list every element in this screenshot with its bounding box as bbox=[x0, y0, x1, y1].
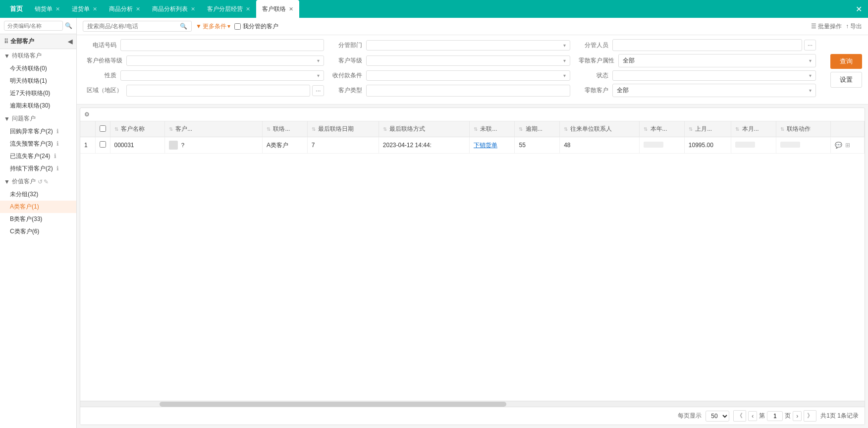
cell-overdue: 48 bbox=[560, 137, 640, 154]
close-sales-icon[interactable]: ✕ bbox=[55, 6, 60, 12]
sidebar-item-c-class[interactable]: C类客户(6) bbox=[0, 225, 76, 238]
horizontal-scrollbar[interactable] bbox=[80, 401, 865, 407]
dots-icon: ⠿ bbox=[4, 38, 8, 45]
select-all-checkbox[interactable] bbox=[100, 125, 106, 132]
scatter-customer-select[interactable]: 全部 ▾ bbox=[612, 84, 816, 97]
batch-op-button[interactable]: ☰ 批量操作 bbox=[811, 22, 842, 31]
sidebar-item-b-class[interactable]: B类客户(33) bbox=[0, 213, 76, 225]
th-code: ⇅ 客户名称 bbox=[110, 121, 164, 137]
first-page-btn[interactable]: 《 bbox=[733, 410, 746, 422]
sidebar-group-pending[interactable]: ▼ 待联络客户 bbox=[0, 49, 76, 62]
sidebar: 🔍 ⠿ 全部客户 ◀ ▼ 待联络客户 今天待联络(0) 明天待联络(1) 近7天… bbox=[0, 18, 77, 428]
payment-chevron-icon: ▾ bbox=[563, 73, 566, 78]
status-select[interactable]: ▾ bbox=[612, 70, 816, 81]
advanced-filter: 电话号码 分管部门 ▾ 分管人员 bbox=[77, 35, 868, 105]
main-layout: 🔍 ⠿ 全部客户 ◀ ▼ 待联络客户 今天待联络(0) 明天待联络(1) 近7天… bbox=[0, 18, 868, 428]
sort-icon-name: ⇅ bbox=[169, 126, 173, 132]
export-button[interactable]: ↑ 导出 bbox=[846, 22, 862, 31]
th-action bbox=[831, 121, 865, 137]
cell-no-contact: 55 bbox=[515, 137, 560, 154]
sidebar-search-input[interactable] bbox=[4, 21, 63, 31]
sort-icon-overdue: ⇅ bbox=[564, 126, 568, 132]
region-input[interactable] bbox=[126, 85, 310, 97]
nature-select[interactable]: ▾ bbox=[120, 70, 324, 81]
search-input[interactable] bbox=[87, 23, 178, 30]
person-input[interactable] bbox=[612, 39, 802, 51]
nav-tab-customer-tier[interactable]: 客户分层经营 ✕ bbox=[201, 0, 256, 18]
th-this-year: ⇅ 上月... bbox=[684, 121, 731, 137]
sort-icon-unit: ⇅ bbox=[644, 126, 648, 132]
nav-tab-purchase[interactable]: 进货单 ✕ bbox=[66, 0, 103, 18]
chevron-down-icon: ▾ bbox=[227, 23, 230, 30]
next-page-btn[interactable]: › bbox=[793, 411, 802, 421]
dept-label: 分管部门 bbox=[332, 41, 362, 50]
sidebar-group-problem[interactable]: ▼ 问题客户 bbox=[0, 112, 76, 125]
sidebar-collapse-icon[interactable]: ◀ bbox=[68, 38, 72, 45]
info-icon-4: ℹ bbox=[56, 165, 59, 172]
sidebar-item-tomorrow[interactable]: 明天待联络(1) bbox=[0, 75, 76, 87]
th-this-month: ⇅ 联络动作 bbox=[776, 121, 830, 137]
sidebar-item-repurchase-abnormal[interactable]: 回购异常客户(2) ℹ bbox=[0, 125, 76, 138]
last-page-btn[interactable]: 》 bbox=[804, 410, 816, 422]
table-settings-icon[interactable]: ⚙ bbox=[84, 111, 90, 118]
my-customers-checkbox[interactable] bbox=[234, 23, 241, 30]
table-header-row: ⇅ 客户名称 ⇅ 客户... ⇅ 联络... bbox=[80, 121, 865, 137]
region-dots-btn[interactable]: ··· bbox=[312, 85, 324, 96]
price-grade-select[interactable]: ▾ bbox=[126, 55, 324, 66]
sidebar-item-ungroup[interactable]: 未分组(32) bbox=[0, 188, 76, 201]
cell-name: ？ bbox=[164, 137, 262, 154]
grid-action-icon[interactable]: ⊞ bbox=[845, 142, 850, 149]
payment-select[interactable]: ▾ bbox=[366, 70, 570, 81]
sidebar-item-churned[interactable]: 已流失客户(24) ℹ bbox=[0, 150, 76, 162]
setting-button[interactable]: 设置 bbox=[830, 72, 862, 88]
sidebar-item-a-class[interactable]: A类客户(1) bbox=[0, 201, 76, 213]
nav-tab-analysis-list[interactable]: 商品分析列表 ✕ bbox=[146, 0, 201, 18]
sidebar-item-declining[interactable]: 持续下滑客户(2) ℹ bbox=[0, 162, 76, 175]
group-arrow-value: ▼ bbox=[4, 178, 10, 185]
sidebar-item-today[interactable]: 今天待联络(0) bbox=[0, 62, 76, 75]
close-purchase-icon[interactable]: ✕ bbox=[93, 6, 97, 12]
close-all-icon[interactable]: ✕ bbox=[856, 4, 862, 14]
sidebar-item-7days[interactable]: 近7天待联络(0) bbox=[0, 87, 76, 100]
filter-customer-grade: 客户等级 ▾ bbox=[328, 55, 574, 66]
customer-grade-select[interactable]: ▾ bbox=[366, 55, 570, 66]
batch-icon: ☰ bbox=[811, 23, 816, 30]
search-icon[interactable]: 🔍 bbox=[180, 23, 187, 30]
sidebar-group-value[interactable]: ▼ 价值客户 ↺ ✎ bbox=[0, 175, 76, 188]
scrollbar-thumb[interactable] bbox=[160, 402, 506, 407]
scatter-attr-select[interactable]: 全部 ▾ bbox=[618, 54, 816, 67]
phone-input[interactable] bbox=[120, 39, 324, 51]
close-customer-contact-icon[interactable]: ✕ bbox=[289, 6, 293, 12]
more-conditions-button[interactable]: ▼ 更多条件 ▾ bbox=[196, 22, 230, 31]
th-no-contact: ⇅ 逾期... bbox=[515, 121, 560, 137]
refresh-icon[interactable]: ↺ bbox=[38, 178, 43, 185]
table-area: ⚙ ⇅ 客户名称 bbox=[80, 107, 865, 425]
sidebar-item-overdue[interactable]: 逾期未联络(30) bbox=[0, 100, 76, 112]
nav-tab-sales[interactable]: 销货单 ✕ bbox=[29, 0, 66, 18]
customer-type-input[interactable] bbox=[366, 85, 570, 97]
status-label: 状态 bbox=[579, 71, 608, 80]
close-analysis-icon[interactable]: ✕ bbox=[136, 6, 140, 12]
th-overdue: ⇅ 往来单位联系人 bbox=[560, 121, 640, 137]
nav-tab-analysis[interactable]: 商品分析 ✕ bbox=[103, 0, 146, 18]
cell-type: A类客户 bbox=[263, 137, 308, 154]
filter-dept: 分管部门 ▾ bbox=[328, 40, 574, 51]
nav-tab-home[interactable]: 首页 bbox=[4, 0, 29, 18]
per-page-select[interactable]: 50 bbox=[705, 411, 729, 422]
cell-last-method[interactable]: 下销货单 bbox=[469, 137, 515, 154]
close-customer-tier-icon[interactable]: ✕ bbox=[246, 6, 250, 12]
close-analysis-list-icon[interactable]: ✕ bbox=[191, 6, 195, 12]
dept-select[interactable]: ▾ bbox=[366, 40, 570, 51]
row-checkbox[interactable] bbox=[100, 141, 106, 148]
query-button[interactable]: 查询 bbox=[830, 54, 862, 69]
sidebar-item-churn-warning[interactable]: 流失预警客户(3) ℹ bbox=[0, 138, 76, 150]
page-number-input[interactable] bbox=[767, 411, 783, 421]
chat-action-icon[interactable]: 💬 bbox=[835, 142, 842, 149]
person-dots-btn[interactable]: ··· bbox=[804, 40, 816, 51]
edit-value-icon[interactable]: ✎ bbox=[44, 178, 49, 185]
th-type: ⇅ 联络... bbox=[263, 121, 308, 137]
nav-tab-customer-contact[interactable]: 客户联络 ✕ bbox=[256, 0, 299, 18]
prev-page-btn[interactable]: ‹ bbox=[748, 411, 757, 421]
sort-icon-type: ⇅ bbox=[267, 126, 271, 132]
sidebar-search-icon[interactable]: 🔍 bbox=[65, 22, 72, 29]
